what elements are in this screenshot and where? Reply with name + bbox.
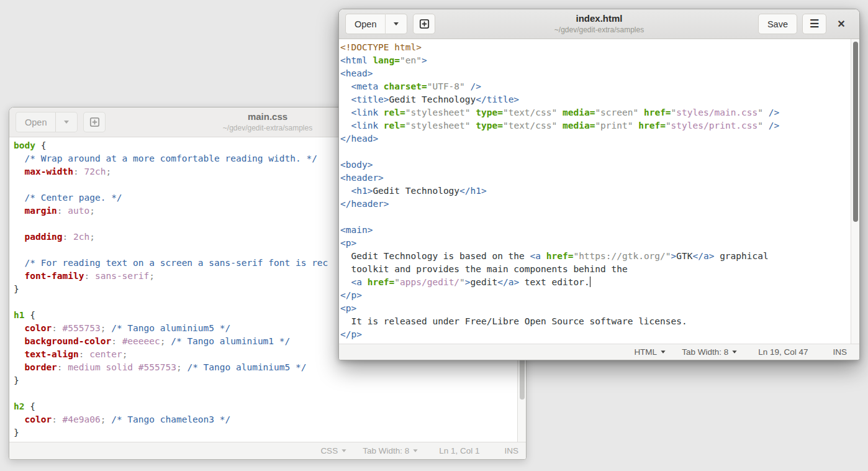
code-line: <!DOCTYPE html> (340, 41, 859, 54)
headerbar-right-controls: Save ☰ ✕ (758, 14, 852, 34)
code-line: </p> (340, 289, 859, 302)
new-tab-icon (89, 117, 100, 127)
window-title-block: main.css ~/gdev/gedit-extra/samples (223, 111, 312, 133)
code-line: <title>Gedit Technology</title> (340, 93, 859, 106)
open-dropdown-button[interactable] (385, 14, 407, 34)
language-selector[interactable]: CSS (320, 446, 346, 455)
code-line: <main> (340, 224, 859, 237)
insert-mode-indicator[interactable]: INS (504, 446, 518, 455)
code-line: <a href="apps/gedit/">gedit</a> text edi… (340, 276, 859, 289)
code-line: border: medium solid #555753; /* Tango a… (14, 361, 526, 374)
code-line: <html lang="en"> (340, 54, 859, 67)
new-tab-button[interactable] (83, 112, 106, 132)
chevron-down-icon (414, 449, 418, 452)
desktop: { "colors": { "tag": "#3465a4", "attr": … (0, 0, 868, 471)
code-line: Gedit Technology is based on the <a href… (340, 250, 859, 263)
text-editor-html[interactable]: <!DOCTYPE html><html lang="en"><head> <m… (339, 39, 859, 344)
code-line: </head> (340, 132, 859, 145)
code-line: <head> (340, 67, 859, 80)
gedit-window-index-html: Open index.html ~/gdev/gedit-extra/sampl… (338, 9, 860, 360)
code-line: <body> (340, 158, 859, 171)
open-button[interactable]: Open (345, 14, 385, 34)
close-button[interactable]: ✕ (831, 14, 852, 34)
open-dropdown-button[interactable] (55, 112, 78, 132)
code-line: color: #4e9a06; /* Tango chameleon3 */ (14, 413, 526, 426)
menu-button[interactable]: ☰ (802, 14, 826, 34)
scrollbar-thumb[interactable] (853, 42, 858, 222)
open-split-button: Open (345, 14, 407, 34)
code-area-html: <!DOCTYPE html><html lang="en"><head> <m… (339, 39, 859, 344)
code-line: <meta charset="UTF-8" /> (340, 80, 859, 93)
new-tab-button[interactable] (413, 14, 435, 34)
chevron-down-icon (394, 22, 399, 25)
code-line: } (14, 426, 526, 439)
close-icon: ✕ (837, 18, 845, 30)
language-label: HTML (634, 347, 657, 357)
language-selector[interactable]: HTML (634, 347, 666, 357)
code-line: </header> (340, 198, 859, 211)
open-button[interactable]: Open (16, 112, 55, 132)
cursor-position[interactable]: Ln 1, Col 1 (439, 446, 479, 455)
document-title: index.html (554, 12, 644, 25)
document-path: ~/gdev/gedit-extra/samples (554, 25, 644, 35)
tab-width-label: Tab Width: 8 (682, 347, 728, 357)
code-line (14, 387, 526, 400)
tab-width-selector[interactable]: Tab Width: 8 (363, 446, 418, 455)
chevron-down-icon (733, 350, 737, 354)
code-line: <header> (340, 171, 859, 185)
headerbar-index-html: Open index.html ~/gdev/gedit-extra/sampl… (339, 9, 859, 39)
code-line: <h1>Gedit Technology</h1> (340, 185, 859, 198)
document-title: main.css (223, 111, 312, 123)
tab-width-selector[interactable]: Tab Width: 8 (682, 347, 737, 357)
code-line: <link rel="stylesheet" type="text/css" m… (340, 119, 859, 132)
code-line: <p> (340, 302, 859, 315)
insert-mode-indicator[interactable]: INS (833, 347, 847, 357)
code-line (340, 211, 859, 224)
open-split-button: Open (16, 112, 78, 132)
code-line (340, 145, 859, 158)
code-line: It is released under Free/Libre Open Sou… (340, 315, 859, 328)
code-line: toolkit and provides the main components… (340, 263, 859, 276)
code-line: </p> (340, 328, 859, 341)
document-path: ~/gdev/gedit-extra/samples (223, 123, 312, 133)
vertical-scrollbar[interactable] (851, 39, 859, 344)
chevron-down-icon (342, 449, 346, 452)
statusbar-html: HTML Tab Width: 8 Ln 19, Col 47 INS (339, 344, 859, 360)
code-line: h2 { (14, 400, 526, 413)
tab-width-label: Tab Width: 8 (363, 446, 409, 455)
save-button[interactable]: Save (758, 14, 797, 34)
window-title-block: index.html ~/gdev/gedit-extra/samples (554, 12, 644, 35)
code-line: <link rel="stylesheet" type="text/css" m… (340, 106, 859, 119)
cursor-position[interactable]: Ln 19, Col 47 (758, 347, 808, 357)
code-line: } (14, 374, 526, 387)
chevron-down-icon (64, 121, 69, 124)
code-line: <p> (340, 237, 859, 250)
language-label: CSS (320, 446, 338, 455)
new-tab-icon (419, 19, 430, 29)
statusbar-css: CSS Tab Width: 8 Ln 1, Col 1 INS (9, 442, 526, 459)
hamburger-menu-icon: ☰ (810, 17, 819, 30)
chevron-down-icon (661, 350, 666, 354)
text-caret (590, 277, 590, 287)
